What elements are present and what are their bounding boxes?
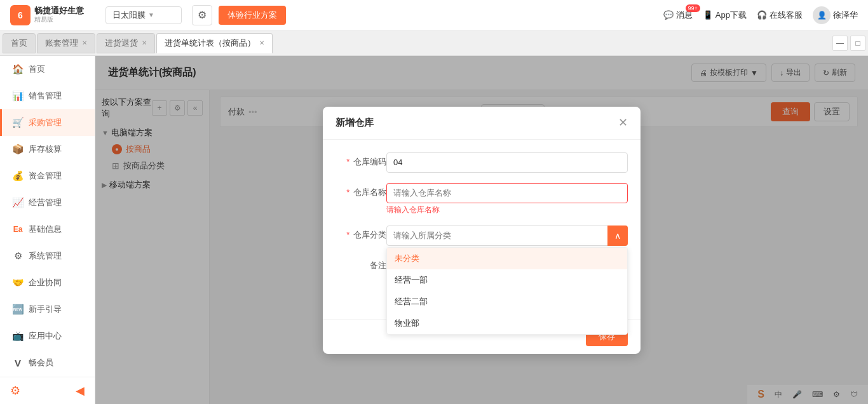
dialog-body: * 仓库编码 * 仓库名称 <box>323 140 641 319</box>
sidebar-item-guide-label: 新手引导 <box>29 304 62 315</box>
top-header: 6 畅捷通好生意 精易版 日太阳膜 ▼ ⚙ 体验行业方案 💬 消息 99+ 📱 … <box>0 0 868 30</box>
required-indicator: * <box>346 157 349 166</box>
warehouse-type-input[interactable] <box>386 226 628 246</box>
settings-bottom-icon[interactable]: ⚙ <box>10 384 20 398</box>
service-area[interactable]: 🎧 在线客服 <box>757 10 803 21</box>
vip-icon: V <box>12 357 24 368</box>
logo-icon: 6 <box>10 5 31 25</box>
warehouse-name-label: * 仓库名称 <box>336 183 386 198</box>
basic-info-icon: Ea <box>12 224 24 235</box>
tab-bar: 首页 账套管理 ✕ 进货退货 ✕ 进货单统计表（按商品） ✕ — □ <box>0 30 868 56</box>
sidebar-item-finance-label: 资金管理 <box>29 170 62 182</box>
trial-button[interactable]: 体验行业方案 <box>219 6 286 25</box>
sidebar-item-home[interactable]: 🏠 首页 <box>0 56 95 83</box>
store-name: 日太阳膜 <box>112 10 146 21</box>
new-warehouse-dialog: 新增仓库 ✕ * 仓库编码 <box>323 107 641 354</box>
warehouse-type-dropdown-arrow[interactable]: ∧ <box>607 226 628 246</box>
tab-home-label: 首页 <box>11 37 27 49</box>
sidebar-item-guide[interactable]: 🆕 新手引导 <box>0 296 95 323</box>
warehouse-type-row: * 仓库分类 ∧ 未分类 经营一部 经营二部 物业部 <box>336 226 628 246</box>
phone-icon: 📱 <box>703 10 713 20</box>
message-area[interactable]: 💬 消息 99+ <box>663 10 693 21</box>
sidebar-item-purchase-label: 采购管理 <box>29 117 62 128</box>
warehouse-code-row: * 仓库编码 <box>336 152 628 173</box>
tab-accounts[interactable]: 账套管理 ✕ <box>37 33 95 53</box>
collapse-icon[interactable]: ◀ <box>76 384 85 398</box>
logo-area: 6 畅捷通好生意 精易版 <box>10 5 105 25</box>
sidebar-item-operation-label: 经营管理 <box>29 197 62 208</box>
warehouse-type-label: * 仓库分类 <box>336 226 386 241</box>
remarks-label: 备注 <box>336 256 386 271</box>
sales-icon: 📊 <box>12 90 24 102</box>
tab-purchase-stats-close[interactable]: ✕ <box>259 39 264 46</box>
warehouse-type-field: ∧ 未分类 经营一部 经营二部 物业部 <box>386 226 628 246</box>
user-name: 徐泽华 <box>833 10 858 21</box>
settings-icon[interactable]: ⚙ <box>192 5 212 25</box>
app-label: App下载 <box>715 10 747 21</box>
system-icon: ⚙ <box>12 250 24 262</box>
sidebar: 🏠 首页 📊 销售管理 🛒 采购管理 📦 库存核算 💰 资金管理 📈 经营管理 … <box>0 56 95 404</box>
message-icon: 💬 <box>663 10 674 20</box>
headset-icon: 🎧 <box>757 10 767 20</box>
dialog-title: 新增仓库 <box>336 117 374 129</box>
main-layout: 🏠 首页 📊 销售管理 🛒 采购管理 📦 库存核算 💰 资金管理 📈 经营管理 … <box>0 56 868 404</box>
sidebar-item-operation[interactable]: 📈 经营管理 <box>0 189 95 216</box>
sidebar-item-inventory-label: 库存核算 <box>29 144 62 155</box>
sidebar-item-sales-label: 销售管理 <box>29 90 62 102</box>
tab-maximize-button[interactable]: □ <box>850 36 865 51</box>
sidebar-item-vip[interactable]: V 畅会员 <box>0 349 95 376</box>
warehouse-code-input[interactable] <box>386 152 628 173</box>
app-download-area[interactable]: 📱 App下载 <box>703 10 747 21</box>
required-indicator2: * <box>346 187 349 197</box>
warehouse-code-field <box>386 152 628 173</box>
required-indicator3: * <box>346 230 349 239</box>
sidebar-item-purchase[interactable]: 🛒 采购管理 <box>0 109 95 136</box>
sidebar-item-finance[interactable]: 💰 资金管理 <box>0 163 95 189</box>
tab-returns[interactable]: 进货退货 ✕ <box>97 33 155 53</box>
app-center-icon: 📺 <box>12 330 24 342</box>
sidebar-item-basic-info[interactable]: Ea 基础信息 <box>0 216 95 243</box>
dropdown-option-dept1[interactable]: 经营一部 <box>387 269 627 291</box>
tab-accounts-label: 账套管理 <box>45 37 78 49</box>
warehouse-name-error: 请输入仓库名称 <box>386 205 628 215</box>
sidebar-item-home-label: 首页 <box>29 64 45 75</box>
service-label: 在线客服 <box>770 10 803 21</box>
sidebar-item-vip-label: 畅会员 <box>29 357 53 368</box>
sidebar-item-basic-info-label: 基础信息 <box>29 224 62 235</box>
tab-accounts-close[interactable]: ✕ <box>82 39 87 46</box>
modal-overlay: 新增仓库 ✕ * 仓库编码 <box>95 56 868 404</box>
sidebar-item-app-center[interactable]: 📺 应用中心 <box>0 323 95 349</box>
user-area[interactable]: 👤 徐泽华 <box>813 6 858 24</box>
sidebar-item-enterprise[interactable]: 🤝 企业协同 <box>0 269 95 296</box>
home-icon: 🏠 <box>12 64 24 75</box>
tab-minimize-button[interactable]: — <box>832 36 848 51</box>
purchase-icon: 🛒 <box>12 117 24 128</box>
operation-icon: 📈 <box>12 197 24 208</box>
warehouse-type-dropdown-list: 未分类 经营一部 经营二部 物业部 <box>386 247 628 335</box>
logo-text: 畅捷通好生意 <box>34 6 84 16</box>
avatar: 👤 <box>813 6 831 24</box>
inventory-icon: 📦 <box>12 144 24 155</box>
sidebar-bottom: ⚙ ◀ <box>0 377 95 404</box>
dropdown-option-uncategorized[interactable]: 未分类 <box>387 248 627 269</box>
enterprise-icon: 🤝 <box>12 277 24 288</box>
dialog-close-button[interactable]: ✕ <box>618 117 628 128</box>
tab-purchase-stats[interactable]: 进货单统计表（按商品） ✕ <box>156 33 273 53</box>
dropdown-option-property[interactable]: 物业部 <box>387 313 627 334</box>
dialog-header: 新增仓库 ✕ <box>323 107 641 140</box>
warehouse-name-row: * 仓库名称 请输入仓库名称 <box>336 183 628 215</box>
sidebar-item-inventory[interactable]: 📦 库存核算 <box>0 136 95 163</box>
sidebar-item-app-center-label: 应用中心 <box>29 330 62 342</box>
tab-actions: — □ <box>832 36 865 51</box>
store-selector[interactable]: 日太阳膜 ▼ <box>105 6 182 24</box>
sidebar-item-system[interactable]: ⚙ 系统管理 <box>0 243 95 269</box>
tab-home[interactable]: 首页 <box>3 33 36 53</box>
sidebar-item-sales[interactable]: 📊 销售管理 <box>0 83 95 109</box>
tab-returns-close[interactable]: ✕ <box>142 39 147 46</box>
header-center: ⚙ 体验行业方案 <box>182 5 663 25</box>
warehouse-name-input[interactable] <box>386 183 628 203</box>
dropdown-option-dept2[interactable]: 经营二部 <box>387 291 627 313</box>
guide-icon: 🆕 <box>12 304 24 315</box>
sidebar-item-enterprise-label: 企业协同 <box>29 277 62 288</box>
finance-icon: 💰 <box>12 170 24 182</box>
